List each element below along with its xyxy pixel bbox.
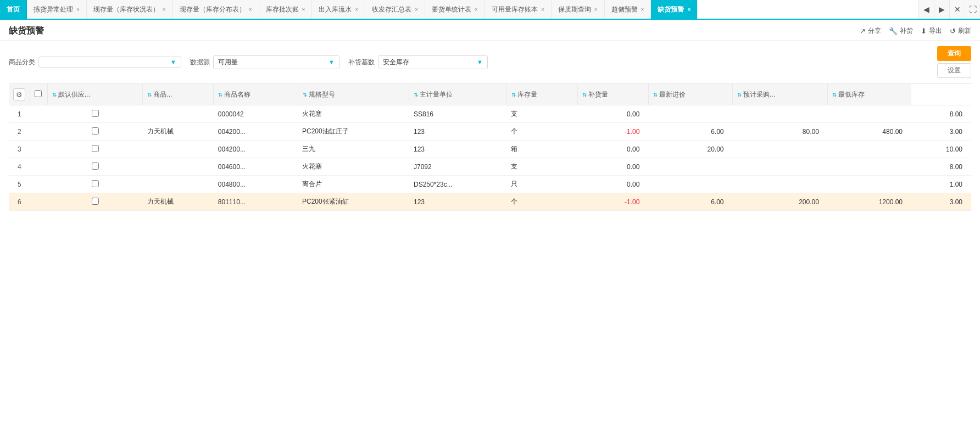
tab-close-icon[interactable]: × — [594, 7, 598, 13]
datasource-select[interactable]: 可用量 ▼ — [213, 55, 339, 69]
col-sort-replenish-qty[interactable]: ⇅ 补货量 — [582, 90, 608, 99]
col-sort-stock[interactable]: ⇅ 库存量 — [511, 90, 537, 99]
tab-next-button[interactable]: ▶ — [934, 0, 949, 19]
tab-receive-summary[interactable]: 收发存汇总表 × — [365, 0, 425, 19]
col-sort-unit[interactable]: ⇅ 主计量单位 — [414, 90, 453, 99]
col-sort-spec[interactable]: ⇅ 规格型号 — [303, 90, 335, 99]
row-product-name: 三九 — [298, 141, 409, 158]
tab-close-icon[interactable]: × — [76, 7, 80, 13]
tab-close-icon[interactable]: × — [541, 7, 544, 13]
select-all-checkbox[interactable] — [35, 90, 42, 97]
tab-label: 拣货异常处理 — [34, 5, 73, 14]
tab-expiry-query[interactable]: 保质期查询 × — [552, 0, 605, 19]
tab-close-icon[interactable]: × — [415, 7, 418, 13]
row-checkbox[interactable] — [92, 145, 99, 152]
replenish-base-label: 补货基数 — [348, 58, 375, 67]
export-label: 导出 — [929, 26, 942, 36]
col-sort-latest-price[interactable]: ⇅ 最新进价 — [653, 90, 686, 99]
tab-available-ledger[interactable]: 可用量库存账本 × — [485, 0, 552, 19]
col-settings: ⚙ — [9, 84, 30, 105]
share-button[interactable]: ↗ 分享 — [860, 26, 881, 36]
row-product-code: 801110... — [214, 193, 298, 211]
col-sort-min-stock[interactable]: ⇅ 最低库存 — [832, 90, 865, 99]
col-sort-icon: ⇅ — [303, 92, 307, 98]
row-min-stock: 3.00 — [911, 123, 971, 141]
replenish-label: 补货 — [900, 26, 913, 36]
tab-batch-account[interactable]: 库存批次账 × — [259, 0, 313, 19]
tab-overstock[interactable]: 超储预警 × — [605, 0, 652, 19]
filter-bar: 商品分类 ▼ 数据源 可用量 ▼ 补货基数 安全库存 ▼ 查询 设置 — [0, 41, 980, 83]
row-product-name: PC200张紧油缸 — [298, 193, 409, 211]
row-min-stock: 8.00 — [911, 158, 971, 176]
tab-shortage[interactable]: 缺货预警 × — [651, 0, 698, 19]
tab-home[interactable]: 首页 — [0, 0, 27, 19]
tab-inventory-dist[interactable]: 现存量（库存分布表） × — [173, 0, 259, 19]
col-sort-icon: ⇅ — [218, 92, 222, 98]
col-sort-est-purchase[interactable]: ⇅ 预计采购... — [737, 90, 775, 99]
col-latest-price: ⇅ 最新进价 — [648, 84, 732, 105]
tab-close-icon[interactable]: × — [302, 7, 305, 13]
row-checkbox-cell — [48, 193, 143, 211]
row-min-stock: 1.00 — [911, 176, 971, 193]
row-unit: 支 — [506, 105, 577, 123]
replenish-icon: 🔧 — [889, 27, 898, 35]
tab-label: 现存量（库存分布表） — [180, 5, 246, 14]
page-header: 缺货预警 ↗ 分享 🔧 补货 ⬇ 导出 ↺ 刷新 — [0, 20, 980, 41]
row-number: 6 — [9, 193, 30, 211]
tab-close-current-button[interactable]: ✕ — [949, 0, 965, 19]
table-body: 1 0000042 火花塞 SS816 支 0.00 8.00 2 力天机械 0… — [9, 105, 971, 211]
row-spec: 123 — [409, 193, 506, 211]
table-row: 6 力天机械 801110... PC200张紧油缸 123 个 -1.00 6… — [9, 193, 971, 211]
tab-close-icon[interactable]: × — [249, 7, 252, 13]
col-sort-icon: ⇅ — [52, 92, 57, 98]
col-sort-product-name[interactable]: ⇅ 商品名称 — [218, 90, 250, 99]
row-default-supplier — [143, 105, 214, 123]
refresh-label: 刷新 — [958, 26, 971, 36]
replenish-base-filter-group: 补货基数 安全库存 ▼ — [348, 55, 488, 69]
col-sort-icon: ⇅ — [582, 92, 587, 98]
tab-label: 库存批次账 — [266, 5, 299, 14]
col-sort-icon: ⇅ — [737, 92, 742, 98]
row-gear-cell — [30, 105, 48, 123]
row-checkbox[interactable] — [92, 163, 99, 170]
settings-button[interactable]: 设置 — [937, 63, 971, 78]
tab-inout-flow[interactable]: 出入库流水 × — [312, 0, 365, 19]
row-spec: 123 — [409, 123, 506, 141]
col-sort-product-code[interactable]: ⇅ 商品... — [147, 90, 172, 99]
row-checkbox[interactable] — [92, 110, 99, 117]
col-min-stock: ⇅ 最低库存 — [828, 84, 911, 105]
row-number: 5 — [9, 176, 30, 193]
col-unit: ⇅ 主计量单位 — [409, 84, 506, 105]
tab-fullscreen-button[interactable]: ⛶ — [965, 0, 980, 19]
replenish-base-select[interactable]: 安全库存 ▼ — [378, 55, 488, 69]
row-latest-price: 80.00 — [732, 123, 827, 141]
query-button[interactable]: 查询 — [937, 46, 971, 61]
col-sort-default-supplier[interactable]: ⇅ 默认供应... — [52, 90, 90, 99]
row-product-code: 0000042 — [214, 105, 298, 123]
col-sort-icon: ⇅ — [511, 92, 516, 98]
tab-abnormal[interactable]: 拣货异常处理 × — [27, 0, 87, 19]
tab-label: 要货单统计表 — [432, 5, 471, 14]
replenish-button[interactable]: 🔧 补货 — [889, 26, 913, 36]
tab-close-icon[interactable]: × — [163, 7, 166, 13]
row-checkbox[interactable] — [92, 198, 99, 205]
row-replenish-qty: 6.00 — [648, 193, 732, 211]
row-number: 1 — [9, 105, 30, 123]
tab-close-icon[interactable]: × — [687, 7, 691, 13]
row-checkbox[interactable] — [92, 127, 99, 135]
refresh-button[interactable]: ↺ 刷新 — [950, 26, 971, 36]
tab-prev-button[interactable]: ◀ — [918, 0, 934, 19]
tab-close-icon[interactable]: × — [475, 7, 478, 13]
row-checkbox-cell — [48, 176, 143, 193]
category-dropdown-icon: ▼ — [170, 59, 176, 65]
tab-inventory-status[interactable]: 现存量（库存状况表） × — [87, 0, 173, 19]
tab-close-icon[interactable]: × — [641, 7, 644, 13]
tab-demand-stats[interactable]: 要货单统计表 × — [425, 0, 485, 19]
row-checkbox[interactable] — [92, 180, 99, 187]
filter-actions: 查询 设置 — [937, 46, 971, 78]
category-select[interactable]: ▼ — [38, 57, 181, 68]
row-stock: 0.00 — [577, 176, 648, 193]
column-settings-button[interactable]: ⚙ — [13, 88, 25, 100]
tab-close-icon[interactable]: × — [355, 7, 358, 13]
export-button[interactable]: ⬇ 导出 — [921, 26, 942, 36]
